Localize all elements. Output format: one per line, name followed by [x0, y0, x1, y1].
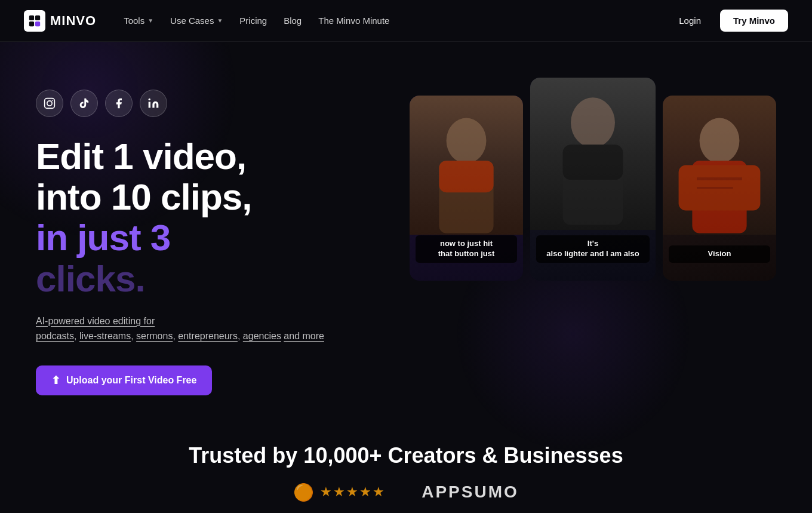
keyword-entrepreneurs: entrepreneurs — [178, 331, 238, 341]
login-button[interactable]: Login — [669, 11, 710, 30]
nav-pricing[interactable]: Pricing — [233, 12, 273, 29]
svg-point-11 — [571, 98, 615, 148]
svg-rect-1 — [35, 15, 40, 20]
capterra-stars: ★★★★★ — [320, 484, 386, 500]
social-icons-row — [36, 90, 324, 117]
trust-section: Trusted by 10,000+ Creators & Businesses… — [0, 419, 812, 513]
video-card-3: Vision — [663, 96, 776, 281]
heading-line1: Edit 1 video, — [36, 136, 324, 177]
appsumo-text: APPSUMO — [422, 483, 519, 502]
capterra-icon: 🟠 — [293, 483, 314, 502]
appsumo-logo: APPSUMO — [422, 483, 519, 502]
facebook-icon-btn[interactable] — [105, 90, 133, 117]
keyword-livestreams: live-streams — [79, 331, 131, 341]
linkedin-icon-btn[interactable] — [140, 90, 167, 117]
caption-1: now to just hitthat button just — [416, 235, 517, 263]
svg-rect-2 — [29, 21, 34, 26]
svg-rect-4 — [45, 99, 55, 109]
svg-rect-13 — [563, 145, 623, 180]
upload-icon: ⬆ — [51, 374, 60, 387]
chevron-down-icon: ▼ — [217, 17, 223, 24]
video-thumb-2: It'salso lighter and I am also — [530, 78, 656, 281]
logo-icon — [24, 10, 45, 32]
hero-subheading: AI-powered video editing for podcasts, l… — [36, 314, 324, 344]
caption-3: Vision — [669, 245, 770, 263]
video-thumb-3: Vision — [663, 96, 776, 281]
tiktok-icon-btn[interactable] — [70, 90, 98, 117]
heading-line3: in just 3 — [36, 217, 324, 258]
hero-section: Edit 1 video, into 10 clips, in just 3 c… — [0, 42, 812, 419]
heading-line4: clicks. — [36, 259, 324, 299]
hero-video-cards: now to just hitthat button just It'salso… — [410, 78, 776, 281]
nav-left: MINVO Tools ▼ Use Cases ▼ Pricing Blog T… — [24, 10, 395, 32]
trust-logos: 🟠 ★★★★★ APPSUMO — [24, 483, 788, 502]
trust-heading: Trusted by 10,000+ Creators & Businesses — [24, 443, 788, 468]
main-nav: MINVO Tools ▼ Use Cases ▼ Pricing Blog T… — [0, 0, 812, 42]
nav-tools[interactable]: Tools ▼ — [118, 12, 159, 29]
svg-point-6 — [52, 100, 53, 102]
svg-rect-3 — [35, 21, 40, 26]
logo-text: MINVO — [50, 13, 96, 29]
svg-rect-10 — [439, 161, 493, 192]
chevron-down-icon: ▼ — [147, 17, 153, 24]
logo[interactable]: MINVO — [24, 10, 96, 32]
nav-right: Login Try Minvo — [669, 10, 788, 32]
try-minvo-button[interactable]: Try Minvo — [720, 10, 788, 32]
upload-cta-button[interactable]: ⬆ Upload your First Video Free — [36, 365, 212, 395]
capterra-logo: 🟠 ★★★★★ — [293, 483, 386, 502]
svg-point-14 — [700, 118, 740, 164]
svg-point-5 — [47, 101, 52, 106]
nav-use-cases[interactable]: Use Cases ▼ — [164, 12, 229, 29]
video-card-2: It'salso lighter and I am also — [530, 78, 656, 281]
video-card-1: now to just hitthat button just — [410, 96, 523, 281]
svg-point-8 — [447, 118, 487, 164]
heading-line2: into 10 clips, — [36, 177, 324, 217]
svg-rect-0 — [29, 15, 34, 20]
keyword-podcasts: podcasts — [36, 331, 74, 341]
svg-point-7 — [149, 99, 150, 100]
nav-minvo-minute[interactable]: The Minvo Minute — [312, 12, 395, 29]
keyword-agencies: agencies — [243, 331, 281, 341]
hero-heading: Edit 1 video, into 10 clips, in just 3 c… — [36, 136, 324, 299]
video-thumb-1: now to just hitthat button just — [410, 96, 523, 281]
instagram-icon-btn[interactable] — [36, 90, 63, 117]
nav-blog[interactable]: Blog — [278, 12, 307, 29]
hero-left: Edit 1 video, into 10 clips, in just 3 c… — [36, 78, 324, 395]
keyword-sermons: sermons — [136, 331, 173, 341]
caption-2: It'salso lighter and I am also — [536, 235, 650, 263]
nav-links: Tools ▼ Use Cases ▼ Pricing Blog The Min… — [118, 12, 395, 29]
